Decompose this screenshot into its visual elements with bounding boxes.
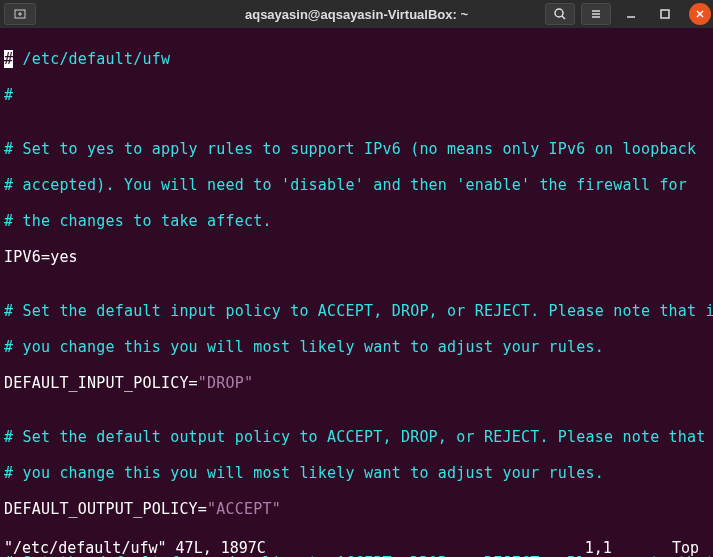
minimize-icon xyxy=(625,8,637,20)
terminal-content[interactable]: # /etc/default/ufw # # Set to yes to app… xyxy=(0,28,713,557)
svg-point-3 xyxy=(555,9,563,17)
file-line: # Set the default output policy to ACCEP… xyxy=(4,428,709,446)
svg-rect-9 xyxy=(661,10,669,18)
file-line: IPV6=yes xyxy=(4,248,709,266)
file-line: # you change this you will most likely w… xyxy=(4,464,709,482)
file-line: # Set the default input policy to ACCEPT… xyxy=(4,302,709,320)
maximize-button[interactable] xyxy=(651,3,679,25)
new-tab-icon xyxy=(13,7,27,21)
file-line: # accepted). You will need to 'disable' … xyxy=(4,176,709,194)
titlebar-right xyxy=(545,3,713,25)
titlebar-left xyxy=(0,3,36,25)
file-line: # /etc/default/ufw xyxy=(4,50,709,68)
file-line: # you change this you will most likely w… xyxy=(4,338,709,356)
file-line: # xyxy=(4,86,709,104)
status-file: "/etc/default/ufw" 47L, 1897C xyxy=(4,539,266,557)
svg-line-4 xyxy=(562,16,565,19)
file-line: # the changes to take affect. xyxy=(4,212,709,230)
search-button[interactable] xyxy=(545,3,575,25)
file-line: # Set to yes to apply rules to support I… xyxy=(4,140,709,158)
close-icon xyxy=(695,9,705,19)
file-line: DEFAULT_INPUT_POLICY="DROP" xyxy=(4,374,709,392)
titlebar: aqsayasin@aqsayasin-VirtualBox: ~ xyxy=(0,0,713,28)
vim-statusline: "/etc/default/ufw" 47L, 1897C 1,1 Top xyxy=(0,539,713,557)
cursor: # xyxy=(4,50,13,68)
status-location: Top xyxy=(672,539,699,557)
close-button[interactable] xyxy=(689,3,711,25)
menu-button[interactable] xyxy=(581,3,611,25)
search-icon xyxy=(553,7,567,21)
maximize-icon xyxy=(659,8,671,20)
minimize-button[interactable] xyxy=(617,3,645,25)
window-title: aqsayasin@aqsayasin-VirtualBox: ~ xyxy=(245,7,468,22)
new-tab-button[interactable] xyxy=(4,3,36,25)
hamburger-icon xyxy=(589,7,603,21)
file-line: DEFAULT_OUTPUT_POLICY="ACCEPT" xyxy=(4,500,709,518)
status-position: 1,1 xyxy=(585,539,612,557)
